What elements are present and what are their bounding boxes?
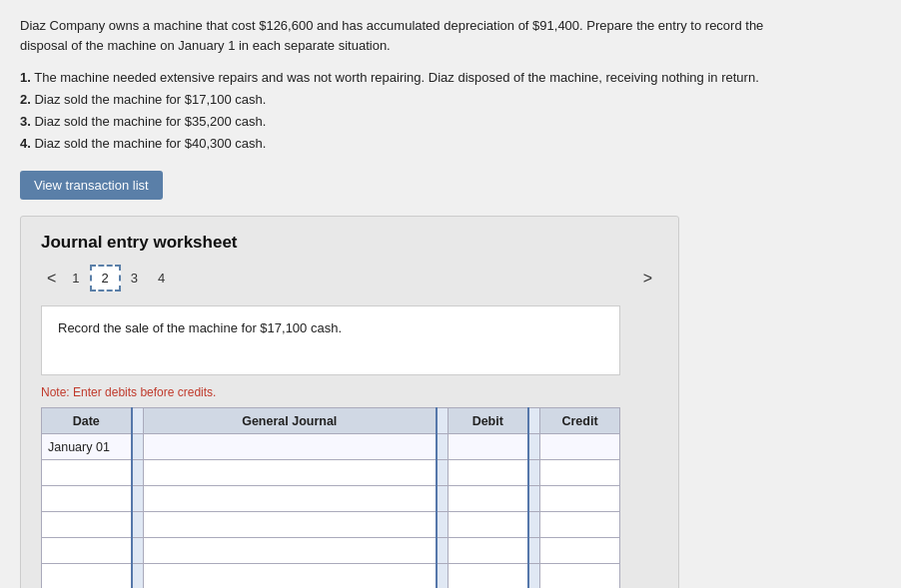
credit-cell-6[interactable] — [540, 564, 620, 588]
debit-input-3[interactable] — [449, 486, 527, 511]
view-transaction-list-button[interactable]: View transaction list — [20, 171, 163, 200]
debit-cell-4[interactable] — [449, 512, 528, 538]
journal-input-4[interactable] — [144, 512, 436, 537]
journal-cell-3[interactable] — [144, 486, 437, 512]
journal-cell-4[interactable] — [144, 512, 437, 538]
journal-cell-5[interactable] — [144, 538, 437, 564]
divider-1 — [132, 408, 144, 434]
journal-input-3[interactable] — [144, 486, 436, 511]
journal-input-1[interactable] — [144, 434, 436, 459]
debit-input-2[interactable] — [449, 460, 527, 485]
date-cell-1: January 01 — [42, 434, 132, 460]
journal-input-6[interactable] — [144, 564, 436, 588]
note-text: Note: Enter debits before credits. — [41, 385, 658, 399]
table-row — [42, 564, 620, 588]
credit-cell-3[interactable] — [540, 486, 620, 512]
date-cell-3 — [42, 486, 132, 512]
next-arrow[interactable]: > — [637, 268, 658, 290]
credit-input-1[interactable] — [540, 434, 619, 459]
tab-1[interactable]: 1 — [62, 267, 89, 290]
header-credit: Credit — [540, 408, 620, 434]
entry-description: Record the sale of the machine for $17,1… — [41, 305, 620, 375]
credit-input-6[interactable] — [540, 564, 619, 588]
debit-input-1[interactable] — [449, 434, 527, 459]
header-general-journal: General Journal — [144, 408, 437, 434]
debit-cell-3[interactable] — [449, 486, 528, 512]
intro-line1: Diaz Company owns a machine that cost $1… — [20, 18, 763, 33]
credit-input-3[interactable] — [540, 486, 619, 511]
intro-line2: disposal of the machine on January 1 in … — [20, 38, 391, 53]
worksheet-title: Journal entry worksheet — [41, 233, 658, 253]
credit-input-5[interactable] — [540, 538, 619, 563]
tab-3[interactable]: 3 — [121, 267, 148, 290]
date-cell-5 — [42, 538, 132, 564]
debit-input-4[interactable] — [449, 512, 527, 537]
credit-cell-2[interactable] — [540, 460, 620, 486]
credit-cell-1[interactable] — [540, 434, 620, 460]
header-date: Date — [42, 408, 132, 434]
credit-input-2[interactable] — [540, 460, 619, 485]
journal-cell-2[interactable] — [144, 460, 437, 486]
table-row — [42, 512, 620, 538]
scenario-4: 4. Diaz sold the machine for $40,300 cas… — [20, 133, 881, 155]
header-debit: Debit — [449, 408, 528, 434]
table-row — [42, 486, 620, 512]
page-container: Diaz Company owns a machine that cost $1… — [0, 0, 901, 588]
divider-3 — [528, 408, 540, 434]
debit-cell-6[interactable] — [449, 564, 528, 588]
divider-2 — [437, 408, 449, 434]
date-cell-4 — [42, 512, 132, 538]
scenario-2: 2. Diaz sold the machine for $17,100 cas… — [20, 89, 881, 111]
journal-input-2[interactable] — [144, 460, 436, 485]
scenario-1: 1. The machine needed extensive repairs … — [20, 67, 881, 89]
intro-text: Diaz Company owns a machine that cost $1… — [20, 16, 879, 55]
worksheet-container: Journal entry worksheet < 1 2 3 4 > Reco… — [20, 216, 679, 588]
debit-input-6[interactable] — [449, 564, 527, 588]
credit-cell-4[interactable] — [540, 512, 620, 538]
scenario-3: 3. Diaz sold the machine for $35,200 cas… — [20, 111, 881, 133]
tab-4[interactable]: 4 — [148, 267, 175, 290]
date-cell-6 — [42, 564, 132, 588]
tab-2[interactable]: 2 — [90, 265, 121, 292]
credit-cell-5[interactable] — [540, 538, 620, 564]
debit-input-5[interactable] — [449, 538, 527, 563]
debit-cell-1[interactable] — [449, 434, 528, 460]
journal-table: Date General Journal Debit Credit Januar… — [41, 407, 620, 588]
table-row — [42, 538, 620, 564]
journal-cell-1[interactable] — [144, 434, 437, 460]
table-row: January 01 — [42, 434, 620, 460]
debit-cell-2[interactable] — [449, 460, 528, 486]
date-cell-2 — [42, 460, 132, 486]
prev-arrow[interactable]: < — [41, 268, 62, 290]
credit-input-4[interactable] — [540, 512, 619, 537]
table-row — [42, 460, 620, 486]
scenario-list: 1. The machine needed extensive repairs … — [20, 67, 881, 155]
tab-navigation: < 1 2 3 4 > — [41, 265, 658, 292]
journal-cell-6[interactable] — [144, 564, 437, 588]
debit-cell-5[interactable] — [449, 538, 528, 564]
journal-input-5[interactable] — [144, 538, 436, 563]
